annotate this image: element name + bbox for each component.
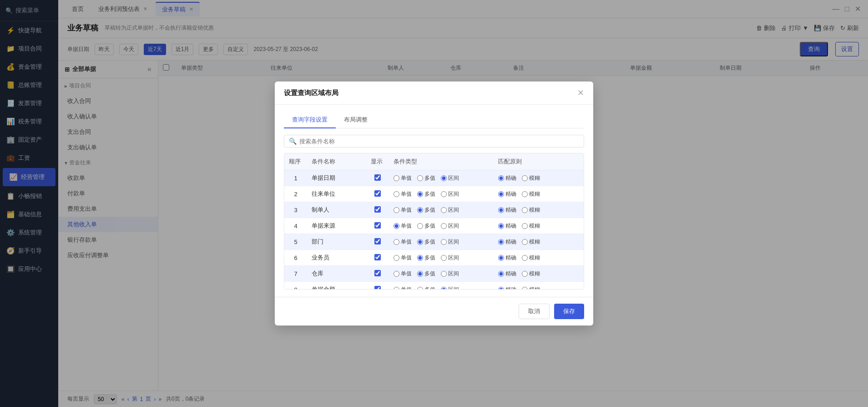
row-visible-checkbox[interactable] — [374, 206, 381, 213]
condition-radio-单值[interactable] — [394, 175, 399, 181]
condition-radio-单值[interactable] — [394, 287, 399, 290]
modal-close-button[interactable]: ✕ — [577, 88, 584, 98]
condition-radio-label[interactable]: 多值 — [417, 286, 435, 290]
condition-radio-label[interactable]: 单值 — [394, 222, 412, 230]
condition-radio-多值[interactable] — [417, 175, 423, 181]
table-row: 3制单人单值多值区间精确模糊 — [284, 202, 584, 218]
match-radio-精确[interactable] — [498, 239, 504, 245]
row-visible-checkbox[interactable] — [374, 238, 381, 244]
condition-radio-label[interactable]: 区间 — [441, 254, 459, 262]
condition-radio-label[interactable]: 单值 — [394, 254, 412, 262]
match-radio-label[interactable]: 精确 — [498, 270, 516, 278]
match-radio-模糊[interactable] — [522, 239, 528, 245]
match-radio-精确[interactable] — [498, 191, 504, 197]
match-radio-模糊[interactable] — [522, 175, 528, 181]
condition-radio-label[interactable]: 多值 — [417, 254, 435, 262]
match-radio-label[interactable]: 模糊 — [522, 206, 540, 214]
condition-radio-label[interactable]: 区间 — [441, 270, 459, 278]
match-radio-label[interactable]: 模糊 — [522, 254, 540, 262]
condition-radio-多值[interactable] — [417, 239, 423, 245]
match-radio-模糊[interactable] — [522, 223, 528, 229]
condition-radio-多值[interactable] — [417, 287, 423, 290]
match-radio-label[interactable]: 精确 — [498, 286, 516, 290]
condition-radio-多值[interactable] — [417, 223, 423, 229]
condition-radio-单值[interactable] — [394, 255, 399, 261]
row-visible-checkbox[interactable] — [374, 222, 381, 229]
match-radio-模糊[interactable] — [522, 255, 528, 261]
condition-radio-label[interactable]: 区间 — [441, 206, 459, 214]
match-radio-模糊[interactable] — [522, 287, 528, 290]
cancel-button[interactable]: 取消 — [519, 304, 550, 319]
condition-radio-区间[interactable] — [441, 191, 447, 197]
match-radio-精确[interactable] — [498, 287, 504, 290]
condition-radio-label[interactable]: 单值 — [394, 270, 412, 278]
match-radio-精确[interactable] — [498, 175, 504, 181]
condition-radio-label[interactable]: 单值 — [394, 238, 412, 246]
match-radio-模糊[interactable] — [522, 271, 528, 277]
row-visible-checkbox[interactable] — [374, 286, 381, 290]
condition-radio-label[interactable]: 单值 — [394, 190, 412, 198]
condition-radio-label[interactable]: 多值 — [417, 222, 435, 230]
condition-radio-区间[interactable] — [441, 287, 447, 290]
match-radio-精确[interactable] — [498, 255, 504, 261]
match-radio-模糊[interactable] — [522, 207, 528, 213]
condition-radio-单值[interactable] — [394, 191, 399, 197]
match-radio-label[interactable]: 模糊 — [522, 174, 540, 182]
condition-radio-单值[interactable] — [394, 239, 399, 245]
condition-radio-单值[interactable] — [394, 207, 399, 213]
row-visible-checkbox[interactable] — [374, 270, 381, 276]
condition-radio-区间[interactable] — [441, 175, 447, 181]
condition-radio-区间[interactable] — [441, 271, 447, 277]
cell-check — [366, 266, 389, 282]
condition-radio-label[interactable]: 多值 — [417, 238, 435, 246]
match-radio-精确[interactable] — [498, 271, 504, 277]
match-radio-label[interactable]: 精确 — [498, 206, 516, 214]
condition-radio-多值[interactable] — [417, 255, 423, 261]
match-radio-精确[interactable] — [498, 223, 504, 229]
condition-radio-单值[interactable] — [394, 223, 399, 229]
row-visible-checkbox[interactable] — [374, 254, 381, 260]
match-radio-label[interactable]: 模糊 — [522, 286, 540, 290]
condition-radio-区间[interactable] — [441, 239, 447, 245]
condition-radio-多值[interactable] — [417, 207, 423, 213]
table-row: 5部门单值多值区间精确模糊 — [284, 234, 584, 250]
condition-radio-区间[interactable] — [441, 255, 447, 261]
condition-radio-label[interactable]: 区间 — [441, 222, 459, 230]
save-confirm-button[interactable]: 保存 — [554, 304, 584, 319]
condition-radio-区间[interactable] — [441, 223, 447, 229]
row-visible-checkbox[interactable] — [374, 190, 381, 197]
condition-search-input[interactable] — [299, 138, 579, 145]
match-radio-label[interactable]: 精确 — [498, 238, 516, 246]
cell-name: 业务员 — [307, 250, 366, 266]
condition-radio-label[interactable]: 单值 — [394, 174, 412, 182]
condition-radio-label[interactable]: 区间 — [441, 190, 459, 198]
match-radio-label[interactable]: 精确 — [498, 190, 516, 198]
condition-radio-区间[interactable] — [441, 207, 447, 213]
condition-radio-label[interactable]: 多值 — [417, 206, 435, 214]
table-row: 8单据金额单值多值区间精确模糊 — [284, 282, 584, 290]
match-radio-label[interactable]: 模糊 — [522, 222, 540, 230]
condition-radio-label[interactable]: 多值 — [417, 174, 435, 182]
row-visible-checkbox[interactable] — [374, 174, 381, 181]
match-radio-精确[interactable] — [498, 207, 504, 213]
condition-radio-label[interactable]: 单值 — [394, 286, 412, 290]
condition-radio-单值[interactable] — [394, 271, 399, 277]
th-name: 条件名称 — [307, 153, 366, 170]
match-radio-label[interactable]: 模糊 — [522, 238, 540, 246]
condition-radio-label[interactable]: 区间 — [441, 286, 459, 290]
condition-radio-label[interactable]: 多值 — [417, 270, 435, 278]
tab-field-settings[interactable]: 查询字段设置 — [284, 112, 336, 128]
condition-radio-label[interactable]: 单值 — [394, 206, 412, 214]
match-radio-label[interactable]: 精确 — [498, 174, 516, 182]
condition-radio-多值[interactable] — [417, 271, 423, 277]
condition-radio-多值[interactable] — [417, 191, 423, 197]
match-radio-label[interactable]: 模糊 — [522, 190, 540, 198]
match-radio-label[interactable]: 精确 — [498, 222, 516, 230]
tab-layout-adjust[interactable]: 布局调整 — [336, 112, 376, 128]
match-radio-模糊[interactable] — [522, 191, 528, 197]
match-radio-label[interactable]: 精确 — [498, 254, 516, 262]
condition-radio-label[interactable]: 区间 — [441, 238, 459, 246]
condition-radio-label[interactable]: 区间 — [441, 174, 459, 182]
match-radio-label[interactable]: 模糊 — [522, 270, 540, 278]
condition-radio-label[interactable]: 多值 — [417, 190, 435, 198]
